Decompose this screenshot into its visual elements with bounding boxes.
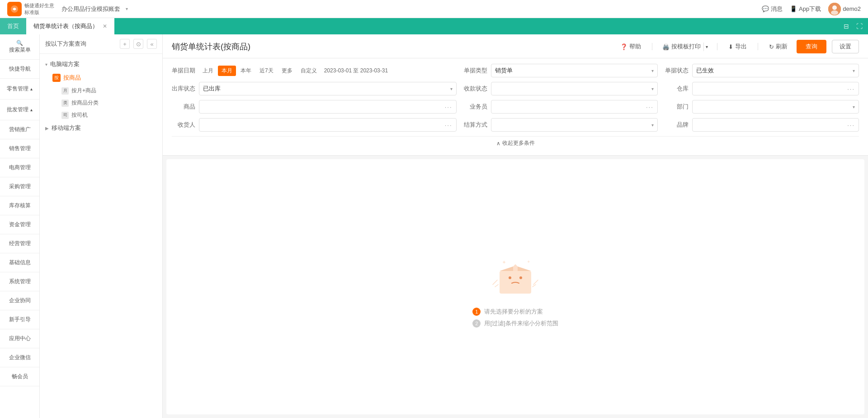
- warehouse-control[interactable]: ···: [692, 82, 859, 95]
- out-status-label: 出库状态: [172, 85, 199, 93]
- svg-text:✦: ✦: [502, 259, 506, 266]
- filter-doc-status-field: 单据状态 已生效 ▾: [665, 64, 859, 77]
- salesperson-label: 业务员: [464, 103, 491, 111]
- recv-status-control[interactable]: ▾: [491, 82, 658, 95]
- message-action[interactable]: 💬 消息: [762, 5, 783, 13]
- sidebar-item-quick-nav[interactable]: 快捷导航: [0, 60, 39, 79]
- help-button[interactable]: ❓ 帮助: [617, 41, 645, 52]
- sidebar-item-cooperation[interactable]: 企业协同: [0, 291, 39, 310]
- sidebar-item-ecommerce[interactable]: 电商管理: [0, 158, 39, 177]
- warehouse-label: 仓库: [665, 85, 692, 93]
- doc-status-value: 已生效: [696, 66, 714, 75]
- goods-control[interactable]: ···: [199, 100, 457, 114]
- date-tab-last-month[interactable]: 上月: [199, 66, 217, 76]
- logo-area: 畅捷通好生意 标准版: [7, 2, 54, 16]
- settings-button[interactable]: 设置: [832, 40, 859, 53]
- refresh-button[interactable]: ↻ 刷新: [765, 41, 791, 52]
- tree-sub-driver[interactable]: 司 按司机: [40, 109, 162, 121]
- filter-add-icon[interactable]: +: [120, 39, 130, 49]
- tree-section-arrow: ▾: [45, 62, 47, 67]
- export-button[interactable]: ⬇ 导出: [725, 41, 750, 52]
- user-action[interactable]: demo2: [828, 3, 861, 15]
- app-download-action[interactable]: 📱 App下载: [790, 5, 821, 13]
- tree-section-mobile-header[interactable]: ▶ 移动端方案: [40, 121, 162, 135]
- content-area: 按以下方案查询 + ⊙ « ▾ 电脑端方案 按 按商品: [40, 34, 868, 418]
- filter-department-field: 部门 ▾: [665, 100, 859, 114]
- receiver-dots: ···: [445, 122, 453, 128]
- date-tab-this-month[interactable]: 本月: [218, 66, 236, 76]
- sidebar-item-basic[interactable]: 基础信息: [0, 253, 39, 272]
- avatar: [828, 3, 841, 15]
- filter-edit-icon[interactable]: ⊙: [133, 39, 143, 49]
- out-status-control[interactable]: 已出库 ▾: [199, 82, 457, 95]
- logo-icon: [7, 2, 22, 16]
- report-tab-label: 销货单统计表（按商品）: [33, 22, 98, 30]
- empty-tip-1: 1 请先选择要分析的方案: [472, 308, 558, 316]
- tab-bar-actions: ⊟ ⛶: [842, 21, 868, 32]
- sidebar-item-operation[interactable]: 经营管理: [0, 234, 39, 253]
- date-tab-7days[interactable]: 近7天: [256, 66, 277, 76]
- sidebar-item-appcenter[interactable]: 应用中心: [0, 329, 39, 348]
- sidebar-item-guide[interactable]: 新手引导: [0, 310, 39, 329]
- print-button[interactable]: 🖨️ 按模板打印: [660, 41, 703, 52]
- print-icon: 🖨️: [662, 43, 670, 50]
- tree-sub-month-goods[interactable]: 月 按月+商品: [40, 85, 162, 97]
- date-filter: 上月 本月 本年 近7天 更多 自定义 2023-03-01 至 2023-03…: [199, 66, 457, 76]
- brand-control[interactable]: ···: [692, 118, 859, 132]
- tree-section-desktop-header[interactable]: ▾ 电脑端方案: [40, 57, 162, 71]
- receiver-label: 收货人: [172, 121, 199, 129]
- doc-type-control[interactable]: 销货单 ▾: [491, 64, 658, 77]
- date-label: 单据日期: [172, 66, 199, 75]
- tree-item-by-goods[interactable]: 按 按商品: [40, 71, 162, 85]
- tree-sub-goods-category[interactable]: 类 按商品分类: [40, 97, 162, 109]
- page-title: 销货单统计表(按商品): [172, 41, 250, 52]
- sidebar-item-inventory[interactable]: 库存核算: [0, 196, 39, 215]
- filter-collapse-icon[interactable]: «: [147, 39, 157, 49]
- tab-report[interactable]: 销货单统计表（按商品） ✕: [26, 18, 114, 34]
- sidebar-item-wechat[interactable]: 企业微信: [0, 348, 39, 367]
- month-goods-icon: 月: [61, 87, 69, 95]
- tab-close-icon[interactable]: ✕: [103, 23, 107, 29]
- payment-arrow: ▾: [651, 123, 654, 128]
- doc-status-label: 单据状态: [665, 66, 692, 75]
- doc-type-value: 销货单: [495, 66, 513, 75]
- date-tab-this-year[interactable]: 本年: [237, 66, 255, 76]
- payment-control[interactable]: ▾: [491, 118, 658, 132]
- tab-fullscreen-icon[interactable]: ⛶: [854, 21, 864, 32]
- page-header: 销货单统计表(按商品) ❓ 帮助 🖨️ 按模板打印 ▾: [163, 34, 868, 58]
- query-button[interactable]: 查询: [797, 40, 826, 53]
- salesperson-control[interactable]: ···: [491, 100, 658, 114]
- tab-home[interactable]: 首页: [0, 18, 26, 34]
- date-tab-more[interactable]: 更多: [278, 66, 296, 76]
- message-icon: 💬: [762, 5, 769, 12]
- filter-recv-status-field: 收款状态 ▾: [464, 82, 658, 95]
- sidebar-item-purchase[interactable]: 采购管理: [0, 177, 39, 196]
- sidebar-item-retail[interactable]: 零售管理 ▴: [0, 79, 39, 100]
- sidebar-item-search[interactable]: 🔍 搜索菜单: [0, 34, 39, 60]
- department-control[interactable]: ▾: [692, 100, 859, 114]
- sidebar-item-system[interactable]: 系统管理: [0, 272, 39, 291]
- date-range-display: 2023-03-01 至 2023-03-31: [324, 67, 388, 75]
- sidebar-item-sales[interactable]: 销售管理: [0, 139, 39, 158]
- svg-line-8: [495, 285, 498, 287]
- recv-status-arrow: ▾: [651, 86, 654, 91]
- empty-illustration: ✦ ✦: [488, 246, 542, 300]
- driver-label: 按司机: [71, 111, 88, 119]
- logo-text: 畅捷通好生意 标准版: [24, 2, 54, 15]
- app-dropdown-arrow[interactable]: ▾: [126, 6, 128, 11]
- receiver-control[interactable]: ···: [199, 118, 457, 132]
- collapse-button[interactable]: ∧ 收起更多条件: [172, 136, 859, 150]
- brand-label: 品牌: [665, 121, 692, 129]
- print-arrow-button[interactable]: ▾: [703, 43, 710, 51]
- sidebar-item-finance[interactable]: 资金管理: [0, 215, 39, 234]
- sidebar-item-marketing[interactable]: 营销推广: [0, 120, 39, 139]
- doc-status-control[interactable]: 已生效 ▾: [692, 64, 859, 77]
- sidebar-item-wholesale[interactable]: 批发管理 ▴: [0, 100, 39, 120]
- date-tabs: 上月 本月 本年 近7天 更多 自定义: [199, 66, 321, 76]
- filter-panel-title: 按以下方案查询: [45, 40, 86, 48]
- department-label: 部门: [665, 103, 692, 111]
- date-tab-custom[interactable]: 自定义: [297, 66, 321, 76]
- top-header: 畅捷通好生意 标准版 办公用品行业模拟账套 ▾ 💬 消息 📱 App下载 dem…: [0, 0, 868, 18]
- sidebar-item-member[interactable]: 畅会员: [0, 367, 39, 386]
- tab-minimize-icon[interactable]: ⊟: [842, 21, 851, 32]
